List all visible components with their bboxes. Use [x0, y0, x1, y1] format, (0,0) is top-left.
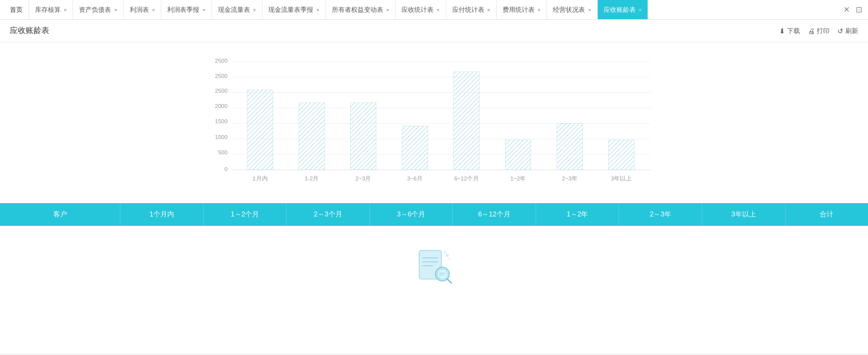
tab-close-cashflow[interactable]: × — [253, 7, 256, 13]
svg-point-43 — [448, 258, 450, 260]
tab-close-equity[interactable]: × — [386, 7, 389, 13]
svg-text:2000: 2000 — [215, 103, 228, 109]
tab-cashflow[interactable]: 现金流量表 × — [212, 0, 262, 20]
table-header: 客户 1个月内 1～2个月 2～3个月 3～6个月 6～12个月 1～2年 2～… — [0, 203, 868, 226]
svg-line-39 — [447, 279, 451, 283]
tab-ap-stat[interactable]: 应付统计表 × — [446, 0, 497, 20]
empty-state — [0, 226, 868, 300]
th-total: 合计 — [786, 203, 868, 226]
svg-rect-20 — [402, 126, 428, 170]
svg-point-42 — [446, 254, 449, 257]
tab-profit-quarterly[interactable]: 利润表季报 × — [161, 0, 212, 20]
svg-rect-19 — [350, 103, 376, 170]
svg-text:1000: 1000 — [215, 134, 228, 140]
main-content: 2500 2500 2500 2000 1500 1000 500 0 — [0, 42, 868, 354]
download-icon: ⬇ — [779, 27, 785, 35]
svg-rect-18 — [299, 103, 325, 170]
refresh-button[interactable]: ↺ 刷新 — [837, 27, 858, 36]
tab-bar: 首页 库存核算 × 资产负债表 × 利润表 × 利润表季报 × 现金流量表 × … — [0, 0, 868, 20]
svg-text:1500: 1500 — [215, 118, 228, 124]
th-customer: 客户 — [0, 203, 120, 226]
th-6-12month: 6～12个月 — [453, 203, 536, 226]
tab-ar-aging[interactable]: 应收账龄表 × — [598, 0, 648, 20]
print-button[interactable]: 🖨 打印 — [808, 27, 830, 36]
tab-ar-stat[interactable]: 应收统计表 × — [396, 0, 446, 20]
tab-expense-stat[interactable]: 费用统计表 × — [497, 0, 547, 20]
svg-text:3年以上: 3年以上 — [611, 176, 632, 181]
tab-cashflow-quarterly[interactable]: 现金流量表季报 × — [262, 0, 326, 20]
th-3plus-year: 3年以上 — [702, 203, 786, 226]
svg-text:6~12个月: 6~12个月 — [454, 176, 479, 181]
th-2-3year: 2～3年 — [619, 203, 702, 226]
svg-text:1~2年: 1~2年 — [510, 176, 526, 181]
download-button[interactable]: ⬇ 下载 — [779, 27, 800, 36]
page-title: 应收账龄表 — [10, 26, 49, 36]
svg-text:0: 0 — [224, 166, 227, 172]
th-2-3month: 2～3个月 — [287, 203, 370, 226]
svg-text:3~6月: 3~6月 — [407, 176, 423, 181]
tab-close-cashflow-quarterly[interactable]: × — [316, 7, 319, 13]
tab-close-expense-stat[interactable]: × — [538, 7, 541, 13]
tab-home[interactable]: 首页 — [4, 0, 29, 20]
svg-rect-17 — [247, 90, 273, 170]
svg-text:2500: 2500 — [215, 58, 228, 64]
close-window-icon[interactable]: ✕ — [841, 3, 852, 16]
th-3-6month: 3～6个月 — [370, 203, 453, 226]
svg-text:2~3月: 2~3月 — [356, 176, 371, 181]
svg-text:1月内: 1月内 — [253, 176, 267, 181]
tab-equity[interactable]: 所有者权益变动表 × — [326, 0, 396, 20]
svg-text:2500: 2500 — [215, 73, 228, 79]
svg-rect-22 — [505, 140, 531, 170]
refresh-icon: ↺ — [837, 27, 843, 35]
tab-inventory[interactable]: 库存核算 × — [29, 0, 73, 20]
svg-rect-24 — [609, 140, 634, 170]
tab-close-ar-aging[interactable]: × — [639, 7, 642, 13]
tab-close-ar-stat[interactable]: × — [436, 7, 439, 13]
svg-rect-21 — [454, 72, 479, 170]
tab-bar-actions: ✕ ⊡ — [841, 3, 864, 16]
tab-profit[interactable]: 利润表 × — [124, 0, 161, 20]
bar-chart: 2500 2500 2500 2000 1500 1000 500 0 — [212, 52, 656, 197]
page-header: 应收账龄表 ⬇ 下载 🖨 打印 ↺ 刷新 — [0, 20, 868, 42]
empty-icon — [412, 246, 456, 290]
header-actions: ⬇ 下载 🖨 打印 ↺ 刷新 — [779, 27, 858, 36]
tab-close-profit[interactable]: × — [152, 7, 155, 13]
tab-close-profit-quarterly[interactable]: × — [202, 7, 205, 13]
tab-balance[interactable]: 资产负债表 × — [73, 0, 123, 20]
print-icon: 🖨 — [808, 27, 815, 35]
svg-text:2500: 2500 — [215, 88, 228, 94]
tab-close-ap-stat[interactable]: × — [487, 7, 490, 13]
svg-text:1-2月: 1-2月 — [305, 176, 319, 181]
svg-text:500: 500 — [218, 149, 227, 155]
chart-container: 2500 2500 2500 2000 1500 1000 500 0 — [212, 52, 656, 198]
th-1-2month: 1～2个月 — [204, 203, 287, 226]
tab-close-inventory[interactable]: × — [64, 7, 67, 13]
tab-close-balance[interactable]: × — [114, 7, 117, 13]
svg-text:2~3年: 2~3年 — [562, 176, 578, 181]
svg-rect-23 — [557, 123, 582, 170]
svg-point-38 — [438, 270, 447, 279]
th-1month: 1个月内 — [120, 203, 204, 226]
chart-area: 2500 2500 2500 2000 1500 1000 500 0 — [0, 42, 868, 203]
tab-operating[interactable]: 经营状况表 × — [547, 0, 597, 20]
th-1-2year: 1～2年 — [536, 203, 619, 226]
tab-close-operating[interactable]: × — [588, 7, 591, 13]
svg-point-44 — [444, 251, 446, 253]
maximize-window-icon[interactable]: ⊡ — [854, 3, 864, 16]
